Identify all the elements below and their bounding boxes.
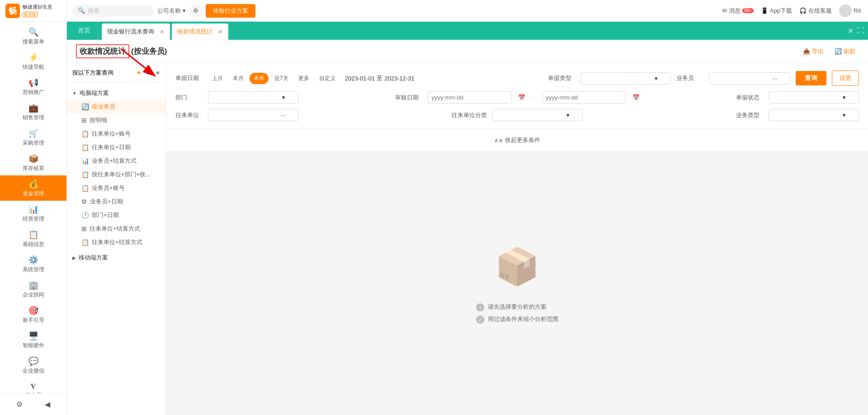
tab-bank-flow-label: 现金银行流水查询 <box>107 28 154 36</box>
topbar-left: 🔍 搜索 公司名称 ▾ ⚙ 体验行业方案 <box>67 4 715 18</box>
sidebar-item-member[interactable]: V 畅会员 <box>0 378 66 393</box>
sidebar-item-label: 销售管理 <box>23 114 44 122</box>
date-btn-more[interactable]: 更多 <box>294 73 313 84</box>
review-date-from[interactable] <box>428 91 512 104</box>
logo-text: 畅捷通好生意 标准版 <box>23 4 52 18</box>
empty-tip-1: 1 请先选择要分析的方案 <box>476 303 558 311</box>
tree-group-desktop-header[interactable]: ▼ 电脑端方案 <box>67 86 166 100</box>
app-download-btn[interactable]: 📱 App下载 <box>761 7 792 15</box>
sidebar-item-sales[interactable]: 💼 销售管理 <box>0 99 66 125</box>
bottom-collapse-icon[interactable]: ◀ <box>45 400 50 409</box>
export-icon: 📤 <box>803 48 810 55</box>
collapse-conditions-btn[interactable]: ∧∧ 收起更多条件 <box>494 132 540 148</box>
user-btn[interactable]: Rit <box>839 5 861 17</box>
online-service-btn[interactable]: 🎧 在线客服 <box>799 7 832 15</box>
query-btn[interactable]: 查询 <box>796 71 826 85</box>
tree-item-salesman-settlement[interactable]: 📊 业务员+结算方式 <box>67 154 166 168</box>
company-name: 公司名称 <box>157 7 181 15</box>
tab-bank-flow[interactable]: 现金银行流水查询 ✕ <box>102 24 170 40</box>
sidebar-item-beginner[interactable]: 🎯 新手引导 <box>0 302 66 327</box>
sidebar-item-label: 系统管理 <box>23 266 44 274</box>
inventory-icon: 📦 <box>28 154 38 164</box>
trial-btn[interactable]: 体验行业方案 <box>206 4 255 18</box>
date-btn-last-7days[interactable]: 近7天 <box>270 73 292 84</box>
tree-item-label: 按明细 <box>90 116 107 124</box>
tree-item-by-salesman[interactable]: 🔄 按业务员 <box>67 100 166 113</box>
tab-receivable-stats[interactable]: 收款情况统计 ✕ <box>172 24 228 40</box>
page-title: 收款情况统计 <box>76 44 129 58</box>
sidebar-item-business[interactable]: 📊 经营管理 <box>0 201 66 226</box>
date-btn-last-month[interactable]: 上月 <box>208 73 227 84</box>
tree-group-mobile-header[interactable]: ▶ 移动端方案 <box>67 251 166 264</box>
tree-item-salesman-account[interactable]: 📋 业务员+账号 <box>67 181 166 195</box>
refresh-btn[interactable]: 🔄 刷新 <box>831 46 859 57</box>
sidebar-item-marketing[interactable]: 📢 营销推广 <box>0 74 66 99</box>
sidebar-item-wechat[interactable]: 💬 企业微信 <box>0 353 66 378</box>
page-title-suffix: (按业务员) <box>131 46 167 57</box>
doc-type-select[interactable]: ▾ <box>580 72 671 85</box>
tree-item-unit-account[interactable]: 📋 往来单位+账号 <box>67 127 166 141</box>
salesman-select[interactable]: ··· <box>709 72 790 85</box>
tree-item-unit-dept-collect[interactable]: 📋 按往来单位+部门+收... <box>67 168 166 181</box>
group-label: 电脑端方案 <box>80 89 109 97</box>
tree-item-label: 业务员+账号 <box>92 184 125 192</box>
sidebar-item-purchase[interactable]: 🛒 采购管理 <box>0 125 66 150</box>
date-btn-this-year[interactable]: 本年 <box>250 73 269 84</box>
company-selector[interactable]: 公司名称 ▾ <box>157 7 186 15</box>
scheme-collapse-btn[interactable]: « <box>155 68 160 78</box>
filter-settings-btn[interactable]: 设置 <box>832 71 859 86</box>
sidebar-item-basic-info[interactable]: 📋 基础信息 <box>0 226 66 251</box>
unit-classification-label: 往来单位分类 <box>452 111 487 119</box>
search-box[interactable]: 🔍 搜索 <box>72 5 154 17</box>
sidebar-item-quick-nav[interactable]: ⚡ 快捷导航 <box>0 49 66 74</box>
tree-item-label: 部门+日期 <box>92 211 119 219</box>
filter-row-2: 部门 ▾ 审核日期 📅 — 📅 单据状态 <box>175 91 859 104</box>
tree-item-unit-date[interactable]: 📋 往来单位+日期 <box>67 141 166 154</box>
tree-item-unit-settlement2[interactable]: ⊞ 往来单位+结算方式 <box>67 222 166 236</box>
collapse-label: 收起更多条件 <box>505 136 540 144</box>
sidebar-item-inventory[interactable]: 📦 库存核算 <box>0 150 66 175</box>
sidebar-item-enterprise[interactable]: 🏢 企业协同 <box>0 277 66 302</box>
scheme-add-btn[interactable]: + <box>136 68 142 78</box>
collapse-bar: ∧∧ 收起更多条件 <box>166 129 868 152</box>
tree-item-label: 往来单位+日期 <box>92 143 131 151</box>
results-area: 📦 1 请先选择要分析的方案 2 用过滤条件来缩小分析范围 <box>166 152 868 415</box>
date-btn-this-month[interactable]: 本月 <box>229 73 248 84</box>
tree-item-salesman-date[interactable]: ⚙ 业务员+日期 <box>67 195 166 208</box>
bottom-settings-icon[interactable]: ⚙ <box>16 400 23 409</box>
logo-icon: 畅 <box>5 4 20 18</box>
calendar-to-icon[interactable]: 📅 <box>632 94 640 101</box>
group-mobile-label: 移动端方案 <box>79 254 108 262</box>
unit-classification-select[interactable]: ▾ <box>492 109 583 121</box>
tree-item-by-detail[interactable]: ⊞ 按明细 <box>67 113 166 127</box>
sidebar-item-search-menu[interactable]: 🔍 搜索菜单 <box>0 24 66 49</box>
tree-item-dept-date[interactable]: 🕐 部门+日期 <box>67 208 166 222</box>
tab-home[interactable]: 首页 <box>71 22 98 40</box>
tab-bank-flow-close[interactable]: ✕ <box>160 28 165 35</box>
scheme-settings-btn[interactable]: ⚙ <box>145 68 152 78</box>
sidebar-item-smart-hw[interactable]: 🖥️ 智能硬件 <box>0 327 66 353</box>
settings-gear-btn[interactable]: ⚙ <box>189 5 202 17</box>
messages-btn[interactable]: ✉ 消息 99+ <box>722 7 754 15</box>
date-btn-custom[interactable]: 自定义 <box>315 73 340 84</box>
calendar-from-icon[interactable]: 📅 <box>518 94 525 101</box>
unit-select[interactable]: ··· <box>208 109 298 121</box>
tree-item-label: 往来单位+结算方式 <box>90 225 140 233</box>
sidebar-item-system[interactable]: ⚙️ 系统管理 <box>0 251 66 277</box>
sidebar-item-finance[interactable]: 💰 资金管理 <box>0 175 66 201</box>
scheme-panel-header: 按以下方案查询 + ⚙ « <box>67 63 166 83</box>
review-date-to[interactable] <box>542 91 626 104</box>
dept-select[interactable]: ▾ <box>208 91 298 104</box>
fullscreen-btn[interactable]: ⛶ <box>857 27 864 35</box>
doc-status-select[interactable]: ▾ <box>769 91 859 104</box>
salesman-settlement-icon: 📊 <box>81 157 89 165</box>
page-actions: 📤 导出 🔄 刷新 <box>799 46 859 57</box>
group-mobile-arrow-icon: ▶ <box>72 255 76 260</box>
search-placeholder: 搜索 <box>88 7 99 15</box>
sidebar-bottom: ⚙ ◀ <box>0 393 66 415</box>
tree-item-unit-settlement3[interactable]: 📋 往来单位+结算方式 <box>67 236 166 249</box>
export-btn[interactable]: 📤 导出 <box>799 46 827 57</box>
tab-receivable-stats-close[interactable]: ✕ <box>218 28 223 35</box>
biz-type-select[interactable]: ▾ <box>769 109 859 121</box>
close-all-btn[interactable]: ✕ <box>848 27 854 35</box>
